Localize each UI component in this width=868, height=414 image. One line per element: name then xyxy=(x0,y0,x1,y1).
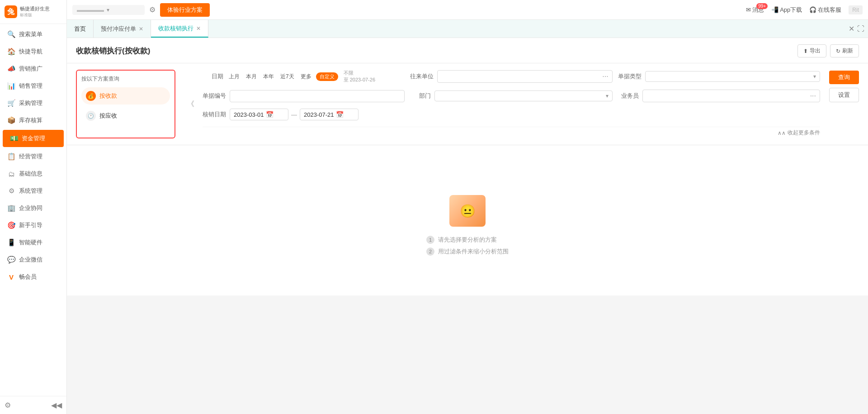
staff-label: 业务员 xyxy=(618,92,639,100)
sidebar-item-quick-nav[interactable]: 🏠 快捷导航 xyxy=(0,43,66,60)
sidebar-label-sales: 销售管理 xyxy=(19,82,42,90)
counterpart-more-icon[interactable]: ··· xyxy=(602,72,608,81)
filter-row-1: 日期 上月 本月 本年 近7天 更多 自定义 xyxy=(203,70,820,83)
counterpart-label: 往来单位 xyxy=(410,72,434,81)
settings-button[interactable]: 设置 xyxy=(829,88,859,102)
marketing-icon: 📣 xyxy=(7,65,15,73)
sidebar-item-member[interactable]: V 畅会员 xyxy=(0,268,66,286)
voucher-type-select[interactable]: ▾ xyxy=(645,71,820,82)
date-label: 日期 xyxy=(203,72,223,81)
tab-prepay-close-icon[interactable]: ✕ xyxy=(139,26,143,32)
shortcut-this-month[interactable]: 本月 xyxy=(244,72,259,81)
filter-form: 日期 上月 本月 本年 近7天 更多 自定义 xyxy=(203,70,859,138)
date-no-limit: 不限 xyxy=(344,70,375,76)
filter-panel: 按以下方案查询 💰 按收款 🕐 按应收 《 xyxy=(67,63,868,145)
user-avatar[interactable]: Rit xyxy=(849,5,863,14)
sidebar-label-hardware: 智能硬件 xyxy=(19,238,42,247)
sidebar-label-quick-nav: 快捷导航 xyxy=(19,48,42,56)
filter-collapse-toggle[interactable]: 《 xyxy=(186,70,195,138)
shortcut-more[interactable]: 更多 xyxy=(299,72,313,81)
sidebar-nav: 🔍 搜索菜单 🏠 快捷导航 📣 营销推广 📊 销售管理 🛒 采购管理 📦 库存核… xyxy=(0,24,66,396)
writeoff-end-calendar-icon[interactable]: 📅 xyxy=(336,111,344,118)
topbar: ▬▬▬▬▬ ▾ ⚙ 体验行业方案 ✉ 消息 99+ 📲 App下载 🎧 在线客服… xyxy=(67,0,868,20)
voucher-type-label: 单据类型 xyxy=(618,72,642,81)
sidebar-item-guide[interactable]: 🎯 新手引导 xyxy=(0,217,66,234)
sidebar-item-inventory[interactable]: 📦 库存核算 xyxy=(0,112,66,129)
sidebar-item-operations[interactable]: 📋 经营管理 xyxy=(0,148,66,165)
hint-text-1: 请先选择要分析的方案 xyxy=(438,236,497,244)
filter-option-by-receivable[interactable]: 🕐 按应收 xyxy=(81,107,170,124)
topbar-right-area: ✉ 消息 99+ 📲 App下载 🎧 在线客服 Rit xyxy=(746,5,863,14)
date-separator: — xyxy=(291,111,297,118)
message-button[interactable]: ✉ 消息 99+ xyxy=(746,6,764,14)
shortcut-this-year[interactable]: 本年 xyxy=(261,72,276,81)
sidebar-item-enterprise[interactable]: 🏢 企业协同 xyxy=(0,200,66,217)
tab-receipt-writeoff[interactable]: 收款核销执行 ✕ xyxy=(151,20,208,38)
dept-chevron-icon: ▾ xyxy=(606,93,609,99)
hint-num-2: 2 xyxy=(426,247,434,256)
shortcut-last-month[interactable]: 上月 xyxy=(227,72,241,81)
filter-scheme-selector: 按以下方案查询 💰 按收款 🕐 按应收 xyxy=(76,70,175,138)
page-actions: ⬆ 导出 ↻ 刷新 xyxy=(797,44,859,57)
tab-close-all-button[interactable]: ✕ xyxy=(849,24,854,33)
topbar-gear-icon[interactable]: ⚙ xyxy=(149,5,156,14)
settings-icon[interactable]: ⚙ xyxy=(5,401,11,409)
tab-expand-button[interactable]: ⛶ xyxy=(857,25,864,33)
shortcut-custom[interactable]: 自定义 xyxy=(316,72,338,81)
staff-select[interactable]: ··· xyxy=(642,90,820,102)
finance-icon: 💵 xyxy=(10,134,18,143)
tabbar: 首页 预付冲应付单 ✕ 收款核销执行 ✕ ✕ ⛶ xyxy=(67,20,868,38)
export-icon: ⬆ xyxy=(803,48,808,54)
empty-hint-2: 2 用过滤条件来缩小分析范围 xyxy=(426,247,509,256)
tab-home[interactable]: 首页 xyxy=(67,20,94,38)
refresh-button[interactable]: ↻ 刷新 xyxy=(830,44,859,57)
page-title-row: 收款核销执行(按收款) ⬆ 导出 ↻ 刷新 xyxy=(76,44,859,57)
sidebar-item-search-menu[interactable]: 🔍 搜索菜单 xyxy=(0,26,66,43)
sidebar-item-finance[interactable]: 💵 资金管理 xyxy=(3,130,64,147)
tab-receipt-writeoff-label: 收款核销执行 xyxy=(158,24,193,33)
sidebar-label-marketing: 营销推广 xyxy=(19,65,42,73)
sidebar-label-wechat: 企业微信 xyxy=(19,256,42,264)
sidebar-item-basic-info[interactable]: 🗂 基础信息 xyxy=(0,165,66,182)
collapse-sidebar-icon[interactable]: ◀◀ xyxy=(51,401,62,409)
topbar-search-area[interactable]: ▬▬▬▬▬ ▾ xyxy=(72,5,145,15)
online-service-button[interactable]: 🎧 在线客服 xyxy=(809,6,841,14)
sidebar-item-purchase[interactable]: 🛒 采购管理 xyxy=(0,95,66,112)
writeoff-date-end-input[interactable]: 2023-07-21 📅 xyxy=(300,109,359,120)
filter-option-by-receipt[interactable]: 💰 按收款 xyxy=(81,87,170,105)
sidebar-label-inventory: 库存核算 xyxy=(19,116,42,124)
refresh-label: 刷新 xyxy=(842,47,853,55)
sidebar: 兔 畅捷通好生意 标准版 🔍 搜索菜单 🏠 快捷导航 📣 营销推广 📊 销售管理… xyxy=(0,0,67,414)
app-download-icon: 📲 xyxy=(771,6,778,13)
collapse-more-button[interactable]: ∧∧ 收起更多条件 xyxy=(778,129,820,137)
app-name: 畅捷通好生意 xyxy=(20,5,50,12)
tab-receipt-writeoff-close-icon[interactable]: ✕ xyxy=(196,25,201,32)
sidebar-item-sales[interactable]: 📊 销售管理 xyxy=(0,77,66,95)
sidebar-item-system[interactable]: ⚙ 系统管理 xyxy=(0,182,66,200)
query-buttons: 查询 设置 xyxy=(829,70,859,102)
writeoff-date-start-input[interactable]: 2023-03-01 📅 xyxy=(230,109,288,120)
app-download-button[interactable]: 📲 App下载 xyxy=(771,6,802,14)
topbar-chevron-icon: ▾ xyxy=(107,7,109,13)
writeoff-start-calendar-icon[interactable]: 📅 xyxy=(266,111,274,118)
main-content-body: 收款核销执行(按收款) ⬆ 导出 ↻ 刷新 xyxy=(67,38,868,295)
by-receipt-label: 按收款 xyxy=(99,92,117,100)
by-receivable-icon: 🕐 xyxy=(86,111,96,121)
page-title: 收款核销执行(按收款) xyxy=(76,46,150,56)
content-area: 收款核销执行(按收款) ⬆ 导出 ↻ 刷新 xyxy=(67,38,868,414)
empty-hints: 1 请先选择要分析的方案 2 用过滤条件来缩小分析范围 xyxy=(426,236,509,259)
sidebar-item-hardware[interactable]: 📱 智能硬件 xyxy=(0,234,66,251)
export-button[interactable]: ⬆ 导出 xyxy=(797,44,826,57)
sidebar-item-wechat[interactable]: 💬 企业微信 xyxy=(0,251,66,268)
member-icon: V xyxy=(7,273,15,281)
staff-more-icon[interactable]: ··· xyxy=(810,92,816,100)
solution-button[interactable]: 体验行业方案 xyxy=(160,3,210,17)
dept-select[interactable]: ▾ xyxy=(434,90,612,101)
sidebar-item-marketing[interactable]: 📣 营销推广 xyxy=(0,60,66,77)
export-label: 导出 xyxy=(810,47,821,55)
voucher-no-input[interactable] xyxy=(230,90,405,102)
shortcut-7days[interactable]: 近7天 xyxy=(278,72,296,81)
counterpart-select[interactable]: ··· xyxy=(437,70,612,83)
query-button[interactable]: 查询 xyxy=(829,71,859,84)
tab-prepay[interactable]: 预付冲应付单 ✕ xyxy=(94,20,151,38)
